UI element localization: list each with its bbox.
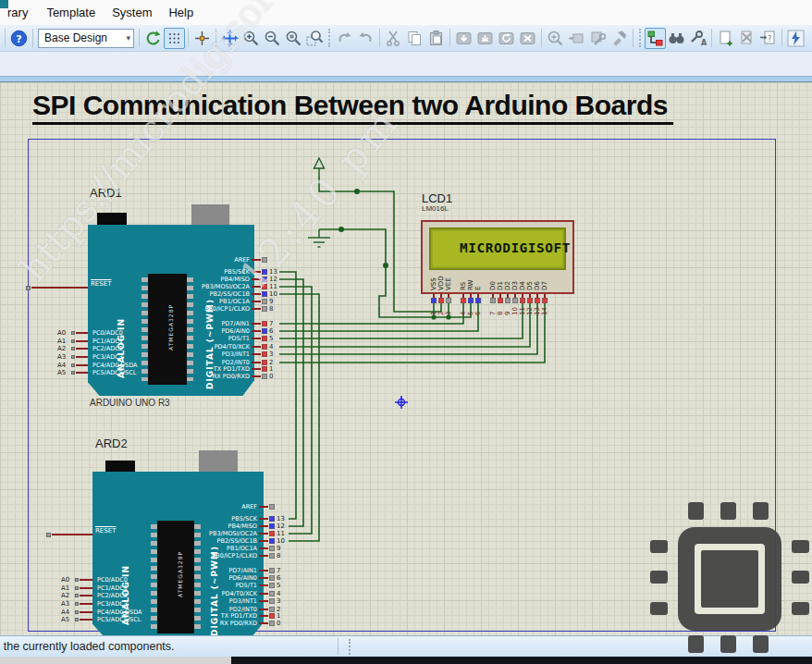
pin-label-ard1-d12: PB4/MISO: [178, 276, 250, 283]
terminal-square-ard2-A2[interactable]: [75, 594, 79, 597]
goto-part-button[interactable]: [566, 28, 587, 49]
pin-label-ard1-d3: PD3/INT1: [178, 350, 250, 358]
pin-label-ard2-A1: PC1/ADC1: [97, 584, 128, 592]
pin-stub-ard1-d0: [252, 375, 261, 377]
redo-button[interactable]: [355, 28, 376, 49]
lcd-pin-square-14: [542, 298, 547, 303]
pin-square-aref-ard1: [262, 257, 267, 263]
reset-terminal-ard1[interactable]: [26, 286, 31, 290]
zoom-area-button[interactable]: [304, 28, 326, 49]
pin-stub-ard1-d11: [252, 286, 261, 288]
pin-square-ard2-d11: [269, 531, 275, 536]
help-icon: ?: [10, 30, 28, 47]
remove-sheet-button[interactable]: [736, 28, 757, 49]
design-tool-button[interactable]: [609, 28, 630, 49]
menu-template[interactable]: Template: [41, 2, 101, 23]
terminal-label-ard1-A0: A0: [57, 329, 66, 337]
lcd-pin-number-13: 13: [534, 307, 541, 315]
terminal-square-ard2-A5[interactable]: [75, 618, 79, 621]
pin-number-ard1-d0: 0: [269, 373, 273, 380]
terminal-square-ard1-A1[interactable]: [71, 339, 75, 343]
pin-label-ard1-A1: PC1/ADC1: [92, 338, 123, 345]
lcd-pin-number-12: 12: [526, 307, 534, 315]
pin-label-ard2-d11: PB3/MOSI/OC2A: [185, 530, 257, 537]
goto-sheet-button[interactable]: ?: [757, 28, 779, 49]
pan-button[interactable]: [219, 28, 240, 49]
zoom-area-icon: [306, 30, 324, 47]
zoom-in-button[interactable]: [240, 28, 262, 49]
terminal-square-ard1-A4[interactable]: [71, 363, 75, 367]
pin-square-ard2-d12: [269, 523, 275, 529]
cut-button[interactable]: [383, 28, 404, 49]
terminal-square-ard2-A3[interactable]: [75, 602, 79, 606]
pin-number-ard1-d1: 1: [269, 365, 273, 373]
pin-label-ard2-d5: PD5/T1: [185, 582, 257, 589]
pin-label-ard2-d13: PB5/SCK: [185, 515, 257, 523]
terminal-square-ard1-A2[interactable]: [71, 347, 75, 350]
wire-autorouter-button[interactable]: [645, 28, 666, 49]
part-label-ard1: ARDUINO UNO R3: [90, 398, 170, 408]
terminal-square-ard2-A1[interactable]: [75, 586, 79, 590]
paste-button[interactable]: [425, 28, 447, 49]
pin-number-ard1-d11: 11: [269, 283, 277, 290]
lcd-pin-label-D6: D6: [534, 281, 541, 290]
lcd-pin-label-D4: D4: [519, 281, 526, 290]
toggle-grid-button[interactable]: [164, 28, 185, 49]
pin-label-ard1-d13: PB5/SCK: [178, 268, 250, 276]
pin-label-ard2-A2: PC2/ADC2: [97, 592, 128, 599]
pin-square-ard1-d9: [262, 299, 267, 304]
pin-number-ard2-d11: 11: [277, 530, 285, 537]
edit-properties-button[interactable]: [587, 28, 609, 49]
lcd-screen-text: MICRODIGISOFT: [460, 240, 571, 255]
status-divider: [338, 638, 338, 655]
zoom-extents-button[interactable]: [283, 28, 304, 49]
terminal-square-ard1-A5[interactable]: [71, 371, 75, 375]
status-grip[interactable]: [349, 639, 352, 655]
menu-system[interactable]: System: [106, 2, 157, 23]
reset-label-ard2: RESET: [95, 527, 116, 535]
menu-help[interactable]: Help: [163, 2, 199, 23]
help-button[interactable]: ?: [8, 28, 30, 49]
block-move-button[interactable]: [474, 28, 496, 49]
zoom-to-part-button[interactable]: [545, 28, 566, 49]
electrical-check-button[interactable]: [785, 28, 806, 49]
lcd-pin-square-4: [461, 298, 466, 303]
block-delete-button[interactable]: [517, 28, 538, 49]
pin-label-ard1-d5: PD5/T1: [178, 335, 250, 342]
lcd-pin-number-7: 7: [489, 312, 497, 315]
new-sheet-button[interactable]: [715, 28, 736, 49]
lcd-pin-label-E: E: [474, 287, 482, 290]
block-rotate-button[interactable]: [496, 28, 517, 49]
pin-label-ard1-A3: PC3/ADC3: [92, 353, 123, 361]
origin-button[interactable]: [191, 28, 213, 49]
zoom-to-part-icon: [547, 30, 564, 47]
pin-square-aref-ard2: [269, 504, 275, 510]
reset-terminal-ard2[interactable]: [46, 533, 51, 537]
property-assignment-button[interactable]: A: [687, 28, 708, 49]
terminal-square-ard2-A4[interactable]: [75, 610, 79, 614]
undo-button[interactable]: [334, 28, 355, 49]
reset-wire-ard2: [52, 534, 92, 535]
lcd-model: LM016L: [422, 204, 449, 213]
pin-stub-ard2-d0: [259, 622, 268, 624]
copy-button[interactable]: [404, 28, 425, 49]
block-delete-icon: [519, 30, 536, 47]
terminal-square-ard1-A3[interactable]: [71, 355, 75, 359]
pin-label-ard1-d0: RX PD0/RXD: [178, 373, 250, 380]
design-style-select[interactable]: Base Design ▾: [38, 29, 134, 48]
terminal-label-ard2-A3: A3: [61, 600, 69, 608]
terminal-square-ard1-A0[interactable]: [71, 331, 75, 335]
terminal-label-ard1-A2: A2: [57, 345, 66, 352]
pin-number-ard1-d5: 5: [269, 335, 273, 342]
pin-stub-ard1-d8: [252, 308, 261, 310]
status-message: s the currently loaded components.: [0, 640, 175, 653]
zoom-out-button[interactable]: [262, 28, 283, 49]
refresh-button[interactable]: [142, 28, 164, 49]
lcd-ref: LCD1: [422, 191, 452, 205]
mcu-chip-pins-left-ard2: [151, 524, 157, 630]
search-button[interactable]: [666, 28, 687, 49]
pin-stub-ard1-d9: [252, 301, 261, 302]
terminal-square-ard2-A0[interactable]: [75, 578, 79, 582]
block-copy-button[interactable]: [453, 28, 474, 49]
pin-label-ard1-d8: PB0/ICP1/CLKO: [178, 305, 250, 313]
